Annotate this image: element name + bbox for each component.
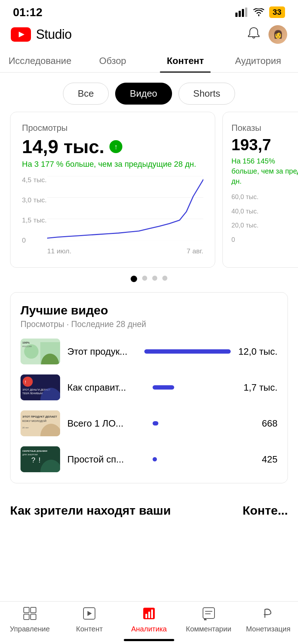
- analytics-icon: [142, 607, 156, 622]
- video-thumb-4: СЕКРЕТНЫЕ ДОБАВКИ ДЛЯ ЭНЕРГИИ ? !: [21, 446, 60, 472]
- video-count-1: 12,0 тыс.: [238, 346, 277, 357]
- svg-point-17: [23, 377, 33, 387]
- video-row-2[interactable]: ! ЭТОТ ДЕНЬГИ ДЕЛАЕТ ТЕБЯ ЛЕНИВЫМ Как сп…: [21, 374, 277, 400]
- svg-text:РОССИЯ: РОССИЯ: [22, 345, 32, 348]
- video-title-3: Всего 1 ЛО...: [67, 418, 145, 429]
- bar-track-1: [144, 349, 231, 354]
- filter-all[interactable]: Все: [63, 83, 109, 105]
- tab-navigation: Исследование Обзор Контент Аудитория: [0, 50, 298, 73]
- monetization-icon: [261, 607, 275, 622]
- date-end: 7 авг.: [187, 247, 203, 255]
- bottom-navigation: Управление Контент Аналитика: [0, 601, 298, 644]
- status-time: 01:12: [13, 6, 42, 19]
- video-title-4: Простой сп...: [67, 454, 145, 465]
- y-label-4: 0: [22, 236, 47, 244]
- svg-marker-38: [87, 611, 92, 616]
- avatar[interactable]: 👩: [268, 25, 287, 44]
- chart-svg: [47, 176, 203, 240]
- battery-indicator: 33: [269, 6, 285, 18]
- views-change: На 3 177 % больше, чем за предыдущие 28 …: [22, 160, 203, 169]
- best-videos-title: Лучшие видео: [21, 303, 277, 317]
- tab-audience[interactable]: Аудитория: [222, 50, 294, 72]
- date-start: 11 июл.: [47, 247, 71, 255]
- nav-comments-label: Комментарии: [186, 625, 231, 633]
- views-chart: 4,5 тыс. 3,0 тыс. 1,5 тыс. 0 11 июл. 7 а…: [22, 176, 203, 255]
- nav-content[interactable]: Контент: [60, 607, 119, 633]
- nav-manage-label: Управление: [10, 625, 50, 633]
- filter-shorts[interactable]: Shorts: [179, 83, 235, 105]
- nav-monetization[interactable]: Монетизация: [238, 607, 298, 633]
- avatar-image: 👩: [268, 25, 287, 44]
- signal-icon: [235, 8, 248, 17]
- chart-x-labels: 11 июл. 7 авг.: [47, 247, 203, 255]
- svg-rect-34: [31, 607, 36, 613]
- tab-overview[interactable]: Обзор: [76, 50, 149, 72]
- bar-2: [153, 385, 231, 390]
- bar-3: [153, 421, 231, 426]
- impressions-card: Показы 193,7 На 156 145%больше, чем за п…: [222, 112, 298, 268]
- manage-icon: [23, 607, 37, 622]
- impressions-y-labels: 60,0 тыс. 40,0 тыс. 20,0 тыс. 0: [231, 193, 298, 244]
- views-value-row: 14,9 тыс. ↑: [22, 136, 203, 157]
- comments-icon: [202, 607, 216, 622]
- y-label-2: 3,0 тыс.: [22, 196, 47, 204]
- views-card: Просмотры 14,9 тыс. ↑ На 3 177 % больше,…: [10, 112, 215, 268]
- bar-track-4: [153, 457, 157, 461]
- nav-manage[interactable]: Управление: [0, 607, 60, 633]
- app-header: Studio 👩: [0, 22, 298, 50]
- notifications-button[interactable]: [248, 27, 260, 42]
- svg-text:КОЖУ МОЛОДОЙ: КОЖУ МОЛОДОЙ: [22, 419, 46, 423]
- svg-rect-43: [203, 608, 215, 618]
- bar-4: [153, 457, 231, 461]
- tab-research[interactable]: Исследование: [4, 50, 76, 72]
- logo-area: Studio: [11, 27, 72, 42]
- svg-rect-40: [145, 614, 147, 618]
- dot-3[interactable]: [152, 276, 157, 281]
- svg-text:!: !: [39, 456, 41, 464]
- svg-text:СЕКРЕТНЫЕ ДОБАВКИ: СЕКРЕТНЫЕ ДОБАВКИ: [22, 450, 47, 452]
- video-thumb-2: ! ЭТОТ ДЕНЬГИ ДЕЛАЕТ ТЕБЯ ЛЕНИВЫМ: [21, 374, 60, 400]
- svg-rect-33: [24, 607, 29, 613]
- dot-4[interactable]: [162, 276, 167, 281]
- video-row-4[interactable]: СЕКРЕТНЫЕ ДОБАВКИ ДЛЯ ЭНЕРГИИ ? ! Просто…: [21, 446, 277, 472]
- dot-1[interactable]: [131, 276, 137, 282]
- video-thumb-3: ЭТОТ ПРОДУКТ ДЕЛАЕТ КОЖУ МОЛОДОЙ 20 лет: [21, 410, 60, 436]
- svg-rect-1: [239, 11, 241, 17]
- svg-rect-42: [151, 610, 153, 618]
- nav-comments[interactable]: Комментарии: [179, 607, 239, 633]
- y-label-3: 1,5 тыс.: [22, 216, 47, 224]
- chart-y-labels: 4,5 тыс. 3,0 тыс. 1,5 тыс. 0: [22, 176, 47, 244]
- nav-analytics-label: Аналитика: [131, 625, 167, 633]
- video-row-1[interactable]: 100% РОССИЯ Этот продук... 12,0 тыс.: [21, 339, 277, 364]
- filter-buttons: Все Видео Shorts: [0, 73, 298, 112]
- best-videos-card: Лучшие видео Просмотры · Последние 28 дн…: [10, 292, 288, 483]
- filter-video[interactable]: Видео: [115, 83, 172, 105]
- teaser-content-label: Конте...: [243, 503, 288, 518]
- views-label: Просмотры: [22, 123, 203, 133]
- svg-rect-2: [242, 9, 244, 17]
- svg-text:ДЛЯ ЭНЕРГИИ: ДЛЯ ЭНЕРГИИ: [22, 454, 38, 456]
- tab-content[interactable]: Контент: [149, 50, 222, 72]
- app-title: Studio: [36, 27, 72, 42]
- status-icons: 33: [235, 6, 285, 18]
- svg-rect-3: [245, 8, 247, 17]
- nav-analytics[interactable]: Аналитика: [119, 607, 179, 633]
- svg-text:ЭТОТ ПРОДУКТ ДЕЛАЕТ: ЭТОТ ПРОДУКТ ДЕЛАЕТ: [22, 415, 57, 418]
- video-count-4: 425: [238, 454, 277, 465]
- svg-text:ТЕБЯ ЛЕНИВЫМ: ТЕБЯ ЛЕНИВЫМ: [22, 392, 43, 395]
- content-nav-icon: [82, 607, 96, 622]
- svg-rect-35: [24, 614, 29, 620]
- video-thumb-1: 100% РОССИЯ: [21, 339, 60, 364]
- bar-1: [144, 349, 231, 354]
- svg-text:100%: 100%: [22, 341, 30, 344]
- bottom-teaser: Как зрители находят ваши Конте...: [10, 493, 288, 521]
- impressions-change: На 156 145%больше, чем за предыдущие 28д…: [231, 156, 298, 186]
- wifi-icon: [253, 8, 264, 16]
- video-count-3: 668: [238, 418, 277, 429]
- pagination-dots: [0, 276, 298, 282]
- svg-text:20 лет: 20 лет: [22, 427, 29, 429]
- video-row-3[interactable]: ЭТОТ ПРОДУКТ ДЕЛАЕТ КОЖУ МОЛОДОЙ 20 лет …: [21, 410, 277, 436]
- dot-2[interactable]: [142, 276, 147, 281]
- metrics-slider: Просмотры 14,9 тыс. ↑ На 3 177 % больше,…: [0, 112, 298, 268]
- svg-rect-41: [148, 612, 150, 618]
